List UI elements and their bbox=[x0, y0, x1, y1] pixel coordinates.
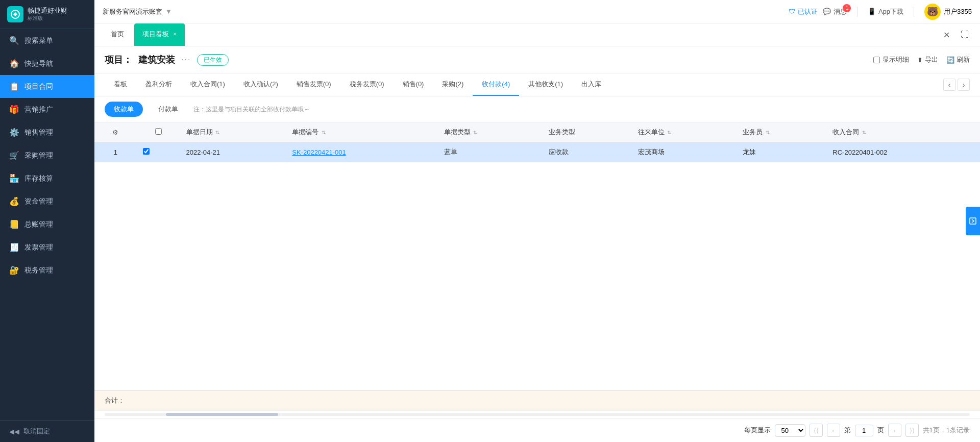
window-maximize-button[interactable]: ⛶ bbox=[958, 28, 972, 42]
user-menu[interactable]: 🐻 用户3355 bbox=[924, 4, 972, 20]
project-icon: 📋 bbox=[9, 82, 19, 91]
sort-icon: ⇅ bbox=[215, 130, 219, 135]
topbar-project-name: 新服务官网演示账套 bbox=[103, 7, 162, 16]
show-detail-checkbox[interactable]: 显示明细 bbox=[873, 55, 909, 64]
prev-page-button[interactable]: ‹ bbox=[827, 424, 840, 437]
tabbar-right: ✕ ⛶ bbox=[939, 28, 972, 42]
subtab-nav: ‹ › bbox=[943, 79, 970, 91]
next-page-button[interactable]: › bbox=[888, 424, 901, 437]
topbar-dropdown-icon[interactable]: ▼ bbox=[165, 8, 172, 15]
refresh-button[interactable]: 🔄 刷新 bbox=[946, 55, 970, 64]
col-checkbox[interactable] bbox=[137, 122, 180, 142]
col-type[interactable]: 单据类型 ⇅ bbox=[438, 122, 543, 142]
sidebar-item-sales-mgmt[interactable]: ⚙️ 销售管理 bbox=[0, 121, 94, 144]
tab-close-icon[interactable]: × bbox=[173, 30, 177, 38]
subtab-prev-button[interactable]: ‹ bbox=[943, 79, 955, 91]
sort-icon: ⇅ bbox=[862, 130, 866, 135]
tab-kanban[interactable]: 项目看板 × bbox=[134, 23, 185, 46]
subtab-next-button[interactable]: › bbox=[958, 79, 970, 91]
show-detail-input[interactable] bbox=[873, 57, 880, 63]
subtab-kanban[interactable]: 看板 bbox=[105, 73, 136, 96]
select-all-checkbox[interactable] bbox=[155, 128, 162, 135]
sidebar-item-label: 快捷导航 bbox=[24, 59, 53, 68]
page-label: 第 bbox=[844, 426, 851, 435]
col-number[interactable]: 单据编号 ⇅ bbox=[286, 122, 437, 142]
page-input[interactable] bbox=[855, 425, 873, 436]
sidebar-item-marketing[interactable]: 🎁 营销推广 bbox=[0, 98, 94, 121]
sidebar-nav: 🔍 搜索菜单 🏠 快捷导航 📋 项目合同 🎁 营销推广 ⚙️ 销售管理 🛒 采购… bbox=[0, 29, 94, 420]
sidebar-item-label: 资金管理 bbox=[24, 197, 53, 206]
purchase-icon: 🛒 bbox=[9, 151, 19, 160]
row-select-checkbox[interactable] bbox=[143, 148, 150, 155]
pagination-info: 共1页，1条记录 bbox=[923, 426, 970, 435]
export-button[interactable]: ⬆ 导出 bbox=[917, 55, 938, 64]
float-panel-button[interactable] bbox=[966, 207, 980, 235]
col-settings[interactable]: ⚙ bbox=[94, 122, 137, 142]
project-more-icon[interactable]: ··· bbox=[181, 55, 191, 64]
row-date: 2022-04-21 bbox=[180, 142, 286, 162]
sidebar-item-inventory[interactable]: 🏪 库存核算 bbox=[0, 167, 94, 190]
sidebar-item-tax-mgmt[interactable]: 🔐 税务管理 bbox=[0, 259, 94, 282]
tax-icon: 🔐 bbox=[9, 265, 19, 275]
message-button[interactable]: 💬 消息 1 bbox=[823, 7, 847, 16]
window-close-button[interactable]: ✕ bbox=[939, 28, 953, 42]
tab-home[interactable]: 首页 bbox=[103, 23, 132, 46]
divider2 bbox=[914, 7, 914, 17]
inventory-icon: 🏪 bbox=[9, 174, 19, 183]
subtab-purchase[interactable]: 采购(2) bbox=[433, 73, 473, 96]
col-partner[interactable]: 往来单位 ⇅ bbox=[632, 122, 737, 142]
project-header-actions: 显示明细 ⬆ 导出 🔄 刷新 bbox=[873, 55, 970, 64]
project-status-badge: 已生效 bbox=[197, 54, 229, 66]
scrollbar-thumb[interactable] bbox=[166, 413, 278, 416]
payment-toggle-button[interactable]: 付款单 bbox=[149, 102, 187, 117]
main-content: 新服务官网演示账套 ▼ 🛡 已认证 💬 消息 1 📱 App下载 🐻 用户335… bbox=[94, 0, 980, 442]
subtabs: 看板 盈利分析 收入合同(1) 收入确认(2) 销售发票(0) 税务发票(0) … bbox=[94, 73, 980, 96]
topbar-certified: 🛡 已认证 bbox=[789, 7, 818, 16]
sidebar-item-quick-nav[interactable]: 🏠 快捷导航 bbox=[0, 52, 94, 75]
sidebar-item-ledger[interactable]: 📒 总账管理 bbox=[0, 213, 94, 236]
sidebar-item-search[interactable]: 🔍 搜索菜单 bbox=[0, 29, 94, 52]
sidebar-item-purchase-mgmt[interactable]: 🛒 采购管理 bbox=[0, 144, 94, 167]
last-page-button[interactable]: ⟩⟩ bbox=[905, 424, 919, 437]
app-logo-icon bbox=[7, 6, 23, 22]
pagination: 每页显示 50 20 100 ⟨⟨ ‹ 第 页 › ⟩⟩ 共1页，1条记录 bbox=[94, 418, 980, 442]
subtab-profit[interactable]: 盈利分析 bbox=[136, 73, 181, 96]
col-date[interactable]: 单据日期 ⇅ bbox=[180, 122, 286, 142]
invoice-icon: 🧾 bbox=[9, 242, 19, 252]
first-page-button[interactable]: ⟨⟨ bbox=[810, 424, 823, 437]
subtab-inout[interactable]: 出入库 bbox=[572, 73, 610, 96]
search-icon: 🔍 bbox=[9, 36, 19, 45]
sidebar-item-fund-mgmt[interactable]: 💰 资金管理 bbox=[0, 190, 94, 213]
subtab-sales[interactable]: 销售(0) bbox=[394, 73, 433, 96]
receipt-toggle-button[interactable]: 收款单 bbox=[105, 102, 143, 117]
sidebar-item-label: 营销推广 bbox=[24, 105, 53, 114]
sidebar-item-invoice-mgmt[interactable]: 🧾 发票管理 bbox=[0, 236, 94, 259]
per-page-select[interactable]: 50 20 100 bbox=[775, 424, 805, 437]
subtab-other-expense[interactable]: 其他收支(1) bbox=[519, 73, 572, 96]
row-biz-type: 应收款 bbox=[543, 142, 631, 162]
sort-icon: ⇅ bbox=[473, 130, 477, 135]
row-partner: 宏茂商场 bbox=[632, 142, 737, 162]
subtab-sales-invoice[interactable]: 销售发票(0) bbox=[287, 73, 340, 96]
per-page-label: 每页显示 bbox=[744, 426, 771, 435]
svg-rect-1 bbox=[970, 218, 976, 224]
refresh-icon: 🔄 bbox=[946, 56, 954, 64]
table-header-row: ⚙ 单据日期 ⇅ 单据编号 ⇅ 单据类型 ⇅ bbox=[94, 122, 980, 142]
project-prefix: 项目： bbox=[105, 54, 132, 66]
sidebar-item-project-contract[interactable]: 📋 项目合同 bbox=[0, 75, 94, 98]
sidebar-item-label: 税务管理 bbox=[24, 266, 53, 275]
subtab-receipt[interactable]: 收付款(4) bbox=[473, 73, 519, 96]
col-salesperson[interactable]: 业务员 ⇅ bbox=[737, 122, 826, 142]
subtab-tax-invoice[interactable]: 税务发票(0) bbox=[340, 73, 394, 96]
horizontal-scrollbar[interactable] bbox=[94, 410, 980, 418]
subtab-income-confirm[interactable]: 收入确认(2) bbox=[234, 73, 287, 96]
row-checkbox[interactable] bbox=[137, 142, 180, 162]
subtab-income-contract[interactable]: 收入合同(1) bbox=[181, 73, 234, 96]
unpin-button[interactable]: ◀◀ 取消固定 bbox=[0, 420, 94, 442]
row-number[interactable]: SK-20220421-001 bbox=[286, 142, 437, 162]
col-income-contract[interactable]: 收入合同 ⇅ bbox=[826, 122, 980, 142]
app-download-label: App下载 bbox=[878, 7, 903, 16]
sidebar-item-label: 发票管理 bbox=[24, 243, 53, 252]
tabbar: 首页 项目看板 × ✕ ⛶ bbox=[94, 23, 980, 46]
app-download-button[interactable]: 📱 App下载 bbox=[868, 7, 903, 16]
